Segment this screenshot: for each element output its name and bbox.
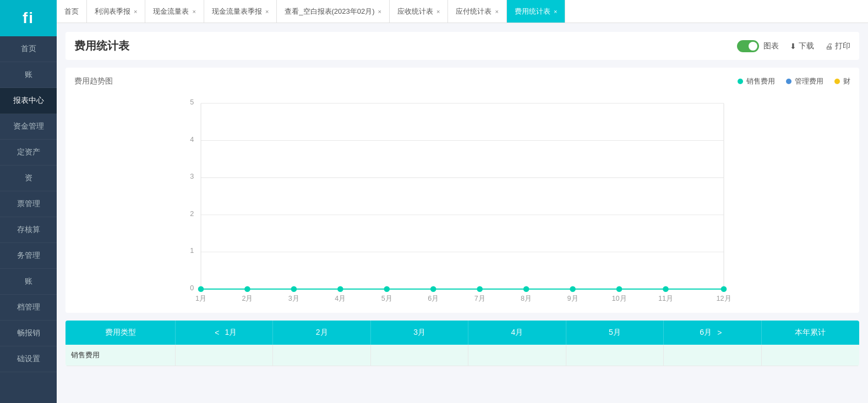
svg-text:4: 4 [190,136,194,143]
svg-text:1月: 1月 [195,295,206,302]
sidebar-item-reports[interactable]: 报表中心 [0,88,57,114]
row-sales-m3 [371,345,468,366]
sidebar-item-inventory[interactable]: 存核算 [0,217,57,243]
svg-text:10月: 10月 [612,295,626,302]
download-label: 下载 [799,41,814,51]
svg-text:1: 1 [190,247,194,255]
sidebar-item-settings[interactable]: 础设置 [0,346,57,372]
download-icon: ⬇ [790,42,796,51]
tab-blank[interactable]: 查看_空白报表(2023年02月) × [277,0,390,23]
trend-chart: 5 4 3 2 1 0 [74,93,850,302]
page-title: 费用统计表 [74,38,129,53]
download-button[interactable]: ⬇ 下载 [790,41,814,51]
sidebar-item-assets[interactable]: 定资产 [0,140,57,165]
sidebar-item-service[interactable]: 务管理 [0,243,57,269]
tab-payable-label: 应付统计表 [456,7,492,16]
sidebar-item-home[interactable]: 首页 [0,36,57,62]
col-type-label: 费用类型 [105,328,136,338]
svg-text:9月: 9月 [567,295,578,302]
svg-point-20 [477,286,483,292]
col-month1-label: 1月 [225,328,237,338]
table-row-sales: 销售费用 [65,345,859,366]
prev-month-button[interactable]: < [211,327,222,338]
chart-toggle-label: 图表 [763,41,779,51]
col-month3-label: 3月 [413,328,425,338]
svg-text:4月: 4月 [335,295,346,302]
legend-admin-dot [786,79,791,84]
col-month3-header: 3月 [371,321,468,345]
tab-cashflow-q[interactable]: 现金流量表季报 × [204,0,277,23]
chart-toggle-wrapper: 图表 [737,40,779,52]
print-icon: 🖨 [825,42,833,51]
chart-toggle[interactable] [737,40,759,52]
legend-finance-label: 财 [843,76,850,86]
tab-profit-label: 利润表季报 [95,7,130,16]
svg-text:5月: 5月 [381,295,392,302]
sidebar-item-invoice[interactable]: 票管理 [0,191,57,217]
legend-sales: 销售费用 [738,76,775,86]
tab-expense-close[interactable]: × [554,8,557,15]
sidebar-item-invest[interactable]: 资 [0,165,57,191]
svg-text:3: 3 [190,173,194,180]
svg-text:5: 5 [190,98,194,106]
tab-home-label: 首页 [64,7,79,16]
tab-cashflow-label: 现金流量表 [153,7,189,16]
tab-blank-label: 查看_空白报表(2023年02月) [285,7,374,16]
svg-point-22 [570,286,576,292]
legend-finance-dot [834,79,840,84]
app-logo: fi [0,0,57,36]
svg-point-19 [430,286,436,292]
row-sales-m5 [566,345,664,366]
svg-text:0: 0 [190,284,194,292]
table-header: 费用类型 < 1月 2月 3月 4月 5月 [65,321,859,345]
chart-svg-container: 5 4 3 2 1 0 [74,93,850,304]
row-sales-m1 [176,345,273,366]
svg-point-16 [291,286,297,292]
tab-home[interactable]: 首页 [57,0,87,23]
svg-text:3月: 3月 [288,295,299,302]
tab-payable[interactable]: 应付统计表 × [448,0,506,23]
svg-point-24 [663,286,669,292]
svg-text:7月: 7月 [474,295,485,302]
svg-point-25 [721,286,727,292]
tab-payable-close[interactable]: × [495,8,498,15]
header-actions: 图表 ⬇ 下载 🖨 打印 [737,40,850,52]
col-nav-prev[interactable]: < 1月 [176,321,273,345]
legend-admin: 管理费用 [786,76,823,86]
tab-profit-close[interactable]: × [134,8,137,15]
sidebar-item-receivable[interactable]: 账 [0,269,57,295]
svg-text:12月: 12月 [716,295,731,302]
next-month-button[interactable]: > [714,327,725,338]
tab-profit[interactable]: 利润表季报 × [87,0,145,23]
row-sales-m4 [468,345,566,366]
chart-card: 费用趋势图 销售费用 管理费用 财 [65,68,859,313]
tab-cashflow-q-close[interactable]: × [265,8,269,15]
svg-point-14 [198,286,204,292]
sidebar-item-funds[interactable]: 资金管理 [0,114,57,140]
tab-expense-label: 费用统计表 [515,7,550,16]
chart-title: 费用趋势图 [74,76,113,86]
col-month5-label: 5月 [609,328,621,338]
tab-receivable-label: 应收统计表 [397,7,433,16]
print-button[interactable]: 🖨 打印 [825,41,850,51]
col-month4-label: 4月 [511,328,523,338]
svg-text:8月: 8月 [521,295,532,302]
sidebar-item-sales[interactable]: 畅报销 [0,321,57,346]
tab-bar: 首页 利润表季报 × 现金流量表 × 现金流量表季报 × 查看_空白报表(202… [57,0,868,23]
tab-receivable[interactable]: 应收统计表 × [390,0,448,23]
svg-point-17 [337,286,343,292]
legend-sales-dot [738,79,743,84]
tab-blank-close[interactable]: × [378,8,381,15]
tab-receivable-close[interactable]: × [436,8,440,15]
sidebar-item-ledger[interactable]: 账 [0,62,57,88]
tab-cashflow[interactable]: 现金流量表 × [145,0,204,23]
col-type-header: 费用类型 [65,321,176,345]
svg-text:6月: 6月 [428,295,439,302]
tab-expense[interactable]: 费用统计表 × [507,0,565,23]
sidebar-item-archive[interactable]: 档管理 [0,295,57,321]
page-content: 费用统计表 图表 ⬇ 下载 🖨 打印 费用趋势图 [57,23,868,403]
col-month4-header: 4月 [468,321,566,345]
tab-cashflow-close[interactable]: × [192,8,195,15]
svg-point-23 [616,286,623,292]
legend-sales-label: 销售费用 [746,76,775,86]
